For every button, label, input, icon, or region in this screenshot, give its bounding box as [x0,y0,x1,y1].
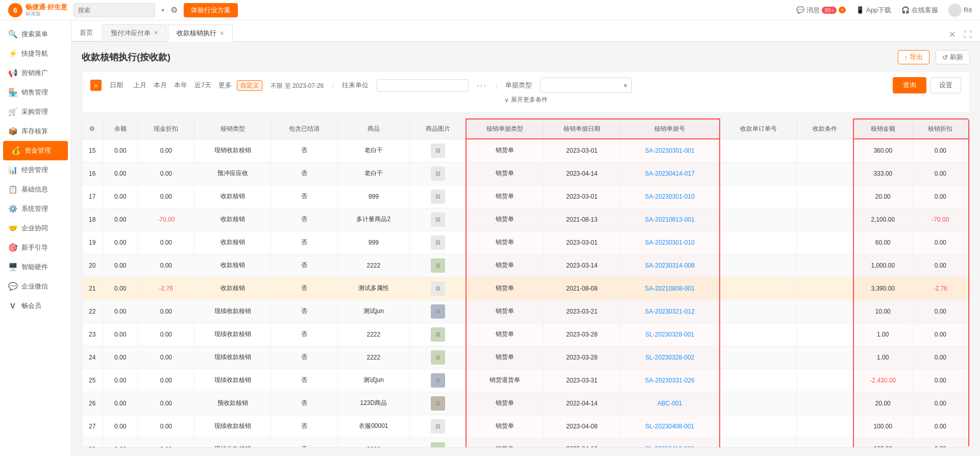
td-verify-no[interactable]: ABC-001 [620,392,719,415]
verify-no-link[interactable]: SL-20230328-001 [645,331,694,338]
td-verify-no[interactable]: SA-20230414-017 [620,162,719,185]
date-opt-more[interactable]: 更多 [216,80,234,91]
td-verify-no[interactable]: SA-20230301-001 [620,139,719,162]
verify-no-link[interactable]: SA-20230301-010 [645,239,694,246]
date-opt-custom[interactable]: 自定义 [237,80,262,91]
tab-bar: 首页 预付冲应付单 ✕ 收款核销执行 ✕ ✕ ⛶ [71,20,980,42]
sidebar-item-search[interactable]: 🔍 搜索菜单 [0,25,71,44]
industry-btn[interactable]: 体验行业方案 [184,3,238,17]
td-receipt-order-no [720,300,797,323]
td-verify-no[interactable]: SA-20230314-008 [620,254,719,277]
td-verify-no[interactable]: SL-20230328-001 [620,323,719,346]
verify-no-link[interactable]: SL-20230418-001 [645,445,694,448]
sidebar-item-biz[interactable]: 📊 经营管理 [0,160,71,180]
td-include-settled: 否 [271,208,337,231]
td-verify-no[interactable]: SA-20210813-001 [620,208,719,231]
td-verify-no[interactable]: SA-20230321-012 [620,300,719,323]
sys-icon: ⚙️ [8,204,17,213]
date-opt-lastmonth[interactable]: 上月 [131,80,149,91]
inventory-icon: 📦 [8,127,17,136]
verify-no-link[interactable]: SA-20210813-001 [645,216,694,223]
td-cash-discount: 0.00 [138,392,194,415]
td-verify-amount: 1.00 [853,346,912,369]
tab-receipt-verify[interactable]: 收款核销执行 ✕ [168,25,233,42]
sidebar-item-newbie[interactable]: 🎯 新手引导 [0,238,71,257]
tab-home-label: 首页 [80,28,93,37]
td-verify-no[interactable]: SL-20230408-001 [620,415,719,438]
message-badge: 99+ [822,7,837,14]
verify-no-link[interactable]: SA-20230301-001 [645,147,694,154]
tab-receipt-verify-close-icon[interactable]: ✕ [219,30,224,37]
counterpart-input[interactable] [377,79,469,92]
export-btn[interactable]: ↑ 导出 [898,50,930,64]
verify-no-link[interactable]: SA-20230314-008 [645,262,694,269]
date-opt-7days[interactable]: 近7天 [192,80,213,91]
sidebar-item-corp[interactable]: 🤝 企业协同 [0,219,71,238]
th-settings[interactable]: ⚙ [82,119,103,139]
verify-no-link[interactable]: SA-20230414-017 [645,170,694,177]
gear-icon[interactable]: ⚙ [170,5,178,15]
close-window-icon[interactable]: ✕ [947,28,958,41]
verify-no-link[interactable]: SA-20230321-012 [645,308,694,315]
sidebar-item-finance[interactable]: 💰 资金管理 [3,141,68,160]
sidebar-item-wechat[interactable]: 💬 企业微信 [0,277,71,296]
filter-expand-btn[interactable]: » [90,80,102,91]
sidebar-item-quicknav[interactable]: ⚡ 快捷导航 [0,44,71,63]
td-verify-no[interactable]: SL-20230328-002 [620,346,719,369]
expand-conditions-btn[interactable]: ∨ 展开更多条件 [504,95,548,104]
td-verify-amount: 2,100.00 [853,208,912,231]
verify-no-link[interactable]: SL-20230328-002 [645,354,694,361]
filter-settings-btn[interactable]: 设置 [930,77,961,93]
sidebar-item-inventory[interactable]: 📦 库存核算 [0,122,71,141]
app-download-btn[interactable]: 📱 App下载 [856,6,891,15]
td-verify-discount: 0.00 [912,231,969,254]
sidebar-item-sys[interactable]: ⚙️ 系统管理 [0,199,71,219]
td-verify-no[interactable]: SA-20230331-026 [620,369,719,392]
counterpart-more-icon[interactable]: ··· [477,80,487,91]
td-goods: 123D商品 [337,392,410,415]
sidebar-item-marketing[interactable]: 📢 营销推广 [0,63,71,83]
sidebar-item-smarthw[interactable]: 🖥️ 智能硬件 [0,257,71,277]
tab-home[interactable]: 首页 [71,24,101,41]
td-verify-date: 2023-03-01 [544,139,621,162]
td-verify-no[interactable]: SA-20230301-010 [620,231,719,254]
refresh-btn[interactable]: ↺ 刷新 [936,50,970,64]
verify-no-link[interactable]: SA-20210808-001 [645,285,694,292]
search-input[interactable] [74,3,155,17]
query-btn[interactable]: 查询 [893,77,926,93]
td-receipt-condition [797,231,853,254]
tab-prepay[interactable]: 预付冲应付单 ✕ [102,24,167,41]
date-opt-thismonth[interactable]: 本月 [152,80,169,91]
td-include-settled: 否 [271,369,337,392]
td-verify-amount: 20.00 [853,185,912,208]
user-info[interactable]: Rit [948,4,972,17]
verify-no-link[interactable]: SA-20230301-010 [645,193,694,200]
sidebar-item-purchase[interactable]: 🛒 采购管理 [0,102,71,122]
td-verify-date: 2023-03-01 [544,185,621,208]
verify-no-link[interactable]: ABC-001 [657,400,682,407]
td-verify-no[interactable]: SA-20230301-010 [620,185,719,208]
maximize-icon[interactable]: ⛶ [962,28,974,41]
td-goods: 测试jun [337,369,410,392]
sidebar-label-vip: 畅会员 [21,301,41,310]
sidebar-item-vip[interactable]: V 畅会员 [0,296,71,316]
sidebar-item-sales[interactable]: 🏪 销售管理 [0,83,71,102]
td-receipt-order-no [720,162,797,185]
sidebar-item-basic[interactable]: 📋 基础信息 [0,180,71,199]
td-balance: 0.00 [103,392,138,415]
table-wrapper[interactable]: ⚙ 余额 现金折扣 核销类型 包含已结清 商品 商品图片 核销单据类型 核销单据… [82,118,970,448]
td-verify-no[interactable]: SA-20210808-001 [620,277,719,300]
verify-no-link[interactable]: SA-20230331-026 [645,377,694,384]
th-verify-voucher-type: 核销单据类型 [466,119,543,139]
th-verify-type: 核销类型 [194,119,271,139]
message-btn[interactable]: 💬 消息 99+ + [796,6,846,15]
td-cash-discount: 0.00 [138,346,194,369]
date-opt-thisyear[interactable]: 本年 [172,80,189,91]
verify-no-link[interactable]: SL-20230408-001 [645,423,694,430]
online-service-btn[interactable]: 🎧 在线客服 [901,6,938,15]
th-verify-amount: 核销金额 [853,119,912,139]
tab-prepay-close-icon[interactable]: ✕ [154,30,158,36]
td-verify-date: 2021-08-08 [544,277,621,300]
td-verify-no[interactable]: SL-20230418-001 [620,438,719,448]
service-icon: 🎧 [901,6,910,14]
